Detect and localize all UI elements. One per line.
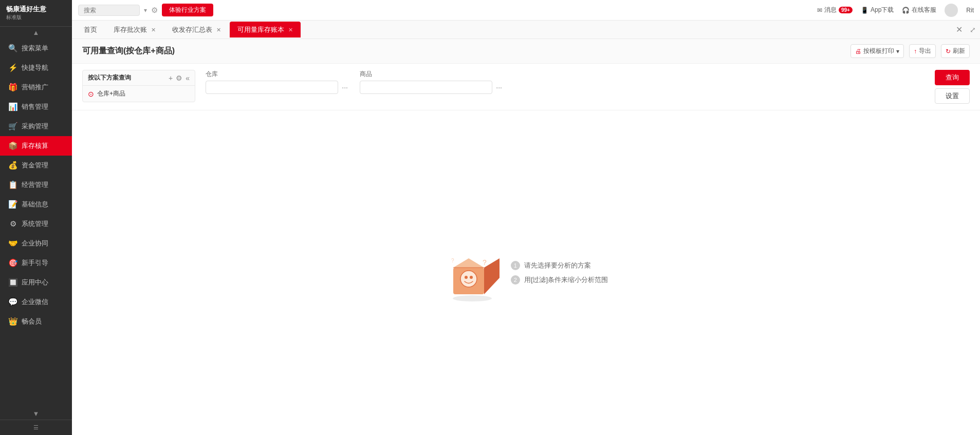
search-input[interactable] [78,5,140,16]
sidebar-item-operations[interactable]: 📋经营管理 [0,175,72,195]
add-scheme-btn[interactable]: + [169,74,173,82]
product-field: 商品 ··· [360,70,504,94]
sidebar-label-appcenter: 应用中心 [22,278,48,287]
sidebar-label-sales: 销售管理 [22,102,48,111]
marketing-icon: 🎁 [8,83,17,92]
sidebar-item-shortcut[interactable]: ⚡快捷导航 [0,58,72,78]
svg-text:?: ? [483,258,487,267]
tab-home[interactable]: 首页 [76,22,105,37]
sidebar-scroll-down[interactable]: ▼ [0,408,72,420]
tab-batch[interactable]: 库存批次账✕ [106,22,163,37]
sidebar-label-marketing: 营销推广 [22,83,48,92]
topbar-right: ✉ 消息 99+ 📱 App下载 🎧 在线客服 Rit [817,4,974,17]
print-label: 按模板打印 [863,47,894,55]
corpwechat-icon: 💬 [8,297,17,307]
svg-text:?: ? [451,258,454,263]
sidebar-label-corpwechat: 企业微信 [22,297,48,307]
sidebar-item-basicinfo[interactable]: 📝基础信息 [0,195,72,214]
scheme-panel-title: 按以下方案查询 [88,73,131,82]
scheme-panel: 按以下方案查询 + ⚙ « ⊙仓库+商品 [82,70,195,102]
expand-btn[interactable]: ⤢ [970,26,976,34]
sidebar-label-operations: 经营管理 [22,180,48,190]
appcenter-icon: 🔲 [8,278,17,287]
svg-point-0 [453,295,492,301]
cooperation-icon: 🤝 [8,239,17,248]
close-tab-btn[interactable]: ✕ [953,24,966,35]
product-input[interactable] [360,81,492,94]
tab-close-batch[interactable]: ✕ [151,27,156,33]
sidebar-label-system: 系统管理 [22,219,48,229]
refresh-label: 刷新 [953,47,965,55]
print-icon: 🖨 [855,48,861,55]
sidebar-label-newuser: 新手引导 [22,258,48,268]
tab-available[interactable]: 可用量库存账本✕ [230,22,301,37]
sidebar-label-search: 搜索菜单 [22,44,48,53]
svg-marker-2 [453,258,484,268]
tab-close-summary[interactable]: ✕ [216,27,221,33]
sidebar-item-purchase[interactable]: 🛒采购管理 [0,117,72,136]
app-download-btn[interactable]: 📱 App下载 [861,6,894,14]
industry-btn[interactable]: 体验行业方案 [162,4,213,16]
tab-label-home: 首页 [84,25,97,34]
sidebar-item-inventory[interactable]: 📦库存核算 [0,136,72,156]
operations-icon: 📋 [8,180,17,190]
sidebar-item-finance[interactable]: 💰资金管理 [0,156,72,175]
tip-text-1: 请先选择要分析的方案 [524,261,591,270]
basicinfo-icon: 📝 [8,200,17,209]
query-btn[interactable]: 查询 [935,70,970,85]
sidebar-nav: 🔍搜索菜单⚡快捷导航🎁营销推广📊销售管理🛒采购管理📦库存核算💰资金管理📋经营管理… [0,39,72,408]
query-settings-btn[interactable]: 设置 [935,88,970,104]
export-btn[interactable]: ↑ 导出 [909,44,936,58]
empty-svg: ? ? [444,247,501,304]
scheme-item-仓库+商品[interactable]: ⊙仓库+商品 [83,86,195,102]
sidebar-item-newuser[interactable]: 🎯新手引导 [0,253,72,273]
headset-icon: 🎧 [902,7,910,14]
sidebar-label-inventory: 库存核算 [22,141,48,150]
svg-point-7 [470,276,473,279]
sidebar-item-search[interactable]: 🔍搜索菜单 [0,39,72,58]
export-icon: ↑ [914,48,917,55]
empty-tips: 1 请先选择要分析的方案 2 用[过滤]条件来缩小分析范围 [511,261,608,285]
sidebar-label-shortcut: 快捷导航 [22,63,48,72]
product-input-row: ··· [360,81,504,94]
tab-summary[interactable]: 收发存汇总表✕ [164,22,229,37]
sidebar-label-member: 畅会员 [22,317,42,326]
sidebar-item-marketing[interactable]: 🎁营销推广 [0,78,72,97]
sidebar-item-system[interactable]: ⚙系统管理 [0,214,72,234]
tab-close-available[interactable]: ✕ [288,27,293,33]
phone-icon: 📱 [861,7,868,14]
refresh-btn[interactable]: ↻ 刷新 [941,44,970,58]
sidebar-label-finance: 资金管理 [22,161,48,170]
warehouse-more-btn[interactable]: ··· [340,82,349,93]
product-more-btn[interactable]: ··· [494,82,504,93]
online-service-label: 在线客服 [912,6,936,14]
username[interactable]: Rit [966,7,974,14]
sidebar-scroll-up[interactable]: ▲ [0,27,72,39]
sidebar-item-appcenter[interactable]: 🔲应用中心 [0,273,72,292]
sidebar-item-corpwechat[interactable]: 💬企业微信 [0,292,72,312]
warehouse-input[interactable] [206,81,338,94]
query-area: 按以下方案查询 + ⚙ « ⊙仓库+商品 仓库 ··· [72,64,980,110]
sidebar-item-sales[interactable]: 📊销售管理 [0,97,72,117]
scheme-settings-btn[interactable]: ⚙ [176,74,182,82]
app-name: 畅康通好生意 [6,5,66,14]
svg-point-6 [465,276,468,279]
sidebar-item-member[interactable]: 👑畅会员 [0,312,72,331]
shortcut-icon: ⚡ [8,63,17,72]
app-version: 标准版 [6,14,66,21]
topbar-settings-icon[interactable]: ⚙ [151,6,158,15]
search-dropdown-icon[interactable]: ▾ [144,7,147,14]
sidebar-label-cooperation: 企业协同 [22,239,48,248]
scheme-panel-actions: + ⚙ « [169,74,190,82]
refresh-icon: ↻ [946,48,951,55]
sidebar-item-cooperation[interactable]: 🤝企业协同 [0,234,72,253]
filter-fields: 仓库 ··· 商品 ··· [195,70,927,94]
scheme-collapse-btn[interactable]: « [186,74,190,82]
sidebar-logo: 畅康通好生意 标准版 [0,0,72,27]
warehouse-field: 仓库 ··· [206,70,349,94]
online-service-btn[interactable]: 🎧 在线客服 [902,6,936,14]
print-btn[interactable]: 🖨 按模板打印 ▾ [850,44,904,58]
sidebar-bottom: ☰ [0,420,72,435]
page-content: 可用量查询(按仓库+商品) 🖨 按模板打印 ▾ ↑ 导出 ↻ 刷新 [72,39,980,435]
message-btn[interactable]: ✉ 消息 99+ [817,6,853,14]
